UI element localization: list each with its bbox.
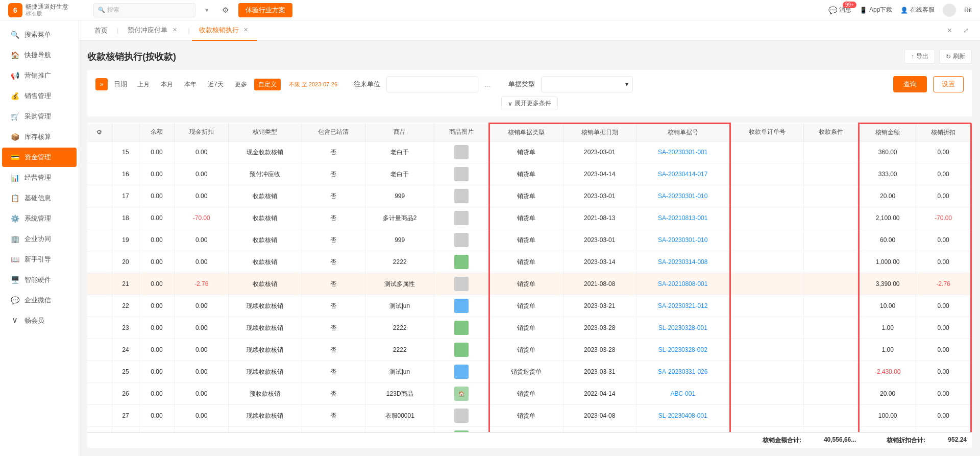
cell-collection-order [730, 229, 804, 251]
cell-settings[interactable] [87, 207, 112, 229]
cell-verify-doc-date: 2023-03-21 [563, 295, 636, 317]
export-button[interactable]: ↑ 导出 [904, 49, 935, 64]
voucher-type-label: 单据类型 [508, 80, 535, 89]
sidebar-item-system[interactable]: ⚙️ 系统管理 [2, 209, 77, 228]
gear-icon[interactable]: ⚙ [218, 3, 232, 17]
search-box[interactable]: 🔍 搜索 [93, 3, 195, 17]
sidebar-item-business[interactable]: 📊 经营管理 [2, 168, 77, 187]
sidebar-item-search-menu[interactable]: 🔍 搜索菜单 [2, 25, 77, 44]
tab-separator-2: | [186, 27, 191, 34]
cell-settings[interactable] [87, 141, 112, 163]
cell-include-settled: 否 [302, 383, 365, 405]
cell-settings[interactable] [87, 405, 112, 427]
cell-verify-doc-no: SA-20230414-017 [636, 163, 730, 185]
cell-cash-discount: 0.00 [175, 339, 229, 361]
date-tab-custom[interactable]: 自定义 [254, 79, 281, 90]
tab-close-prepay[interactable]: ✕ [170, 26, 179, 34]
col-header-product-image: 商品图片 [434, 124, 489, 141]
cell-verify-type: 现续收款核销 [229, 295, 302, 317]
gear-settings-icon[interactable]: ⚙ [96, 129, 102, 136]
tab-close-collection[interactable]: ✕ [242, 26, 250, 34]
setting-button[interactable]: 设置 [933, 76, 964, 92]
cell-verify-amount: 60.00 [859, 229, 916, 251]
partner-label: 往来单位 [354, 80, 380, 89]
voucher-type-select[interactable]: ▾ [541, 76, 633, 92]
cell-collection-condition [804, 251, 859, 273]
tab-home[interactable]: 首页 [87, 20, 115, 41]
date-tab-last-month[interactable]: 上月 [133, 79, 154, 90]
sidebar-item-wechat[interactable]: 💬 企业微信 [2, 291, 77, 310]
sidebar-item-purchase[interactable]: 🛒 采购管理 [2, 107, 77, 126]
sidebar-item-enterprise[interactable]: 🏢 企业协同 [2, 229, 77, 249]
cell-verify-discount: 0.00 [916, 295, 971, 317]
filter-row-1: » 日期 上月 本月 本年 近7天 更多 自定义 不限 至 2023-07-26… [95, 76, 964, 92]
online-service-button[interactable]: 👤 在线客服 [900, 6, 935, 14]
date-tab-7days[interactable]: 近7天 [204, 79, 228, 90]
table-header-row: ⚙ 余额 现金折扣 核销类型 包含已结清 商品 商品图片 核销单据类型 核销 [87, 124, 971, 141]
table-row: 17 0.00 0.00 收款核销 否 999 销货单 2023-03-01 S… [87, 185, 971, 207]
sidebar-item-hardware[interactable]: 🖥️ 智能硬件 [2, 270, 77, 290]
sidebar-label-enterprise: 企业协同 [24, 234, 51, 244]
refresh-button[interactable]: ↻ 刷新 [939, 49, 972, 64]
tab-expand-icon[interactable]: ⤢ [960, 25, 972, 37]
cell-product-image [434, 273, 489, 295]
sidebar-item-marketing[interactable]: 📢 营销推广 [2, 66, 77, 85]
cell-settings[interactable] [87, 185, 112, 207]
cell-balance: 0.00 [139, 427, 174, 433]
cell-settings[interactable] [87, 383, 112, 405]
cell-settings[interactable] [87, 273, 112, 295]
avatar[interactable] [943, 4, 956, 17]
cell-settings[interactable] [87, 251, 112, 273]
cell-settings[interactable] [87, 339, 112, 361]
cell-include-settled: 否 [302, 427, 365, 433]
cell-verify-type: 收款核销 [229, 273, 302, 295]
col-header-row-num [112, 124, 139, 141]
table-row: 19 0.00 0.00 收款核销 否 999 销货单 2023-03-01 S… [87, 229, 971, 251]
cell-balance: 0.00 [139, 229, 174, 251]
cell-settings[interactable] [87, 295, 112, 317]
data-table: ⚙ 余额 现金折扣 核销类型 包含已结清 商品 商品图片 核销单据类型 核销 [87, 123, 972, 432]
date-tab-this-year[interactable]: 本年 [180, 79, 201, 90]
tab-close-all-icon[interactable]: ✕ [943, 25, 955, 37]
cell-product-image [434, 361, 489, 383]
cell-verify-discount: 0.00 [916, 339, 971, 361]
date-tab-this-month[interactable]: 本月 [157, 79, 177, 90]
sidebar-item-guide[interactable]: 📖 新手引导 [2, 250, 77, 269]
cell-cash-discount: 0.00 [175, 361, 229, 383]
col-header-settings[interactable]: ⚙ [87, 124, 112, 141]
sidebar-item-inventory[interactable]: 📦 库存核算 [2, 127, 77, 147]
sidebar-item-member[interactable]: V 畅会员 [2, 311, 77, 330]
cell-settings[interactable] [87, 317, 112, 339]
footer-verify-discount-total: 952.24 [948, 436, 967, 445]
table-wrapper[interactable]: ⚙ 余额 现金折扣 核销类型 包含已结清 商品 商品图片 核销单据类型 核销 [87, 123, 972, 432]
table-row: 22 0.00 0.00 现续收款核销 否 测试jun 销货单 2023-03-… [87, 295, 971, 317]
sidebar-item-quick-nav[interactable]: 🏠 快捷导航 [2, 45, 77, 65]
partner-input[interactable] [386, 76, 478, 92]
filter-expand-button[interactable]: » [95, 78, 108, 90]
cell-settings[interactable] [87, 427, 112, 433]
sidebar-item-finance[interactable]: 💳 资金管理 [2, 148, 77, 167]
expand-conditions-button[interactable]: ∨ 展开更多条件 [501, 97, 558, 110]
notification-button[interactable]: 💬 消息 99+ [828, 6, 851, 14]
basic-info-icon: 📋 [10, 194, 19, 203]
cell-settings[interactable] [87, 229, 112, 251]
sidebar: 🔍 搜索菜单 🏠 快捷导航 📢 营销推广 💰 销售管理 🛒 采购管理 📦 库存核… [0, 20, 79, 456]
sidebar-item-sales[interactable]: 💰 销售管理 [2, 86, 77, 106]
cell-product: 999 [365, 229, 434, 251]
cell-cash-discount: 0.00 [175, 141, 229, 163]
tab-prepay[interactable]: 预付冲应付单 ✕ [120, 20, 186, 41]
chevron-down-icon[interactable]: ▾ [202, 5, 212, 15]
cell-verify-amount: 2,100.00 [859, 207, 916, 229]
cell-settings[interactable] [87, 163, 112, 185]
cell-include-settled: 否 [302, 141, 365, 163]
cell-include-settled: 否 [302, 361, 365, 383]
cell-settings[interactable] [87, 361, 112, 383]
solution-button[interactable]: 休验行业方案 [238, 3, 292, 17]
sidebar-item-basic-info[interactable]: 📋 基础信息 [2, 188, 77, 208]
cell-product: 2222 [365, 251, 434, 273]
query-button[interactable]: 查询 [893, 76, 927, 92]
tab-collection-verify[interactable]: 收款核销执行 ✕ [192, 20, 257, 41]
cell-verify-doc-type: 销货单 [489, 141, 563, 163]
date-tab-more[interactable]: 更多 [231, 79, 251, 90]
app-download-button[interactable]: 📱 App下载 [860, 6, 892, 14]
